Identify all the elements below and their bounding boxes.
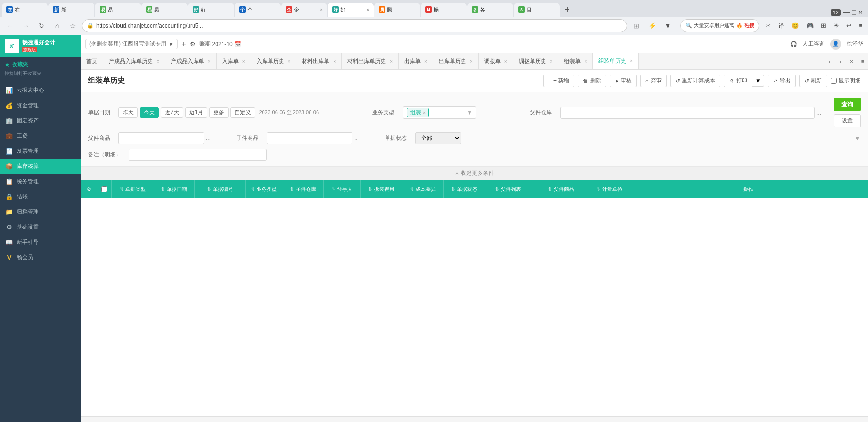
abandon-button[interactable]: ○ 弃审 (640, 75, 667, 87)
service-icon[interactable]: 🎧 (790, 41, 797, 47)
reload-button[interactable]: ↻ (35, 19, 48, 32)
nav-tab-close-transfer-history[interactable]: × (550, 59, 553, 64)
parent-goods-more-btn[interactable]: ... (206, 135, 211, 141)
th-parent-goods[interactable]: ⇅ 父件商品 (531, 180, 591, 198)
expand-button[interactable]: ▼ (661, 19, 674, 32)
address-bar[interactable]: 🔒 https://cloud.chanjet.com/accounting/u… (82, 19, 627, 32)
browser-search-bar[interactable]: 🔍 大量安卓用户逃离 🔥 热搜 (680, 19, 759, 32)
bookmark-button[interactable]: ☆ (66, 19, 79, 32)
parent-goods-input[interactable] (118, 132, 204, 144)
nav-tabs-more-menu[interactable]: ≡ (857, 53, 868, 70)
review-button[interactable]: ● 审核 (610, 75, 636, 87)
order-status-select[interactable]: 全部 待审核 已审核 (415, 132, 461, 144)
tab-close-7[interactable]: × (320, 7, 323, 12)
nav-tab-close-receipt[interactable]: × (242, 59, 245, 64)
date-btn-today[interactable]: 今天 (140, 107, 159, 118)
biz-type-tag-remove[interactable]: × (423, 110, 426, 116)
browser-tab-5[interactable]: 好 好 (188, 3, 234, 17)
nav-tab-close-assembly-history[interactable]: × (630, 58, 633, 64)
date-btn-custom[interactable]: 自定义 (230, 107, 255, 118)
nav-tab-material-out[interactable]: 材料出库单 × (296, 53, 342, 70)
browser-tab-3[interactable]: 易 易 (95, 3, 141, 17)
qr-code-button[interactable]: ⊞ (630, 19, 643, 32)
date-btn-7days[interactable]: 近7天 (161, 107, 183, 118)
nav-tab-assembly-history[interactable]: 组装单历史 × (593, 53, 639, 70)
th-checkbox[interactable] (97, 180, 112, 198)
refresh-button[interactable]: ↺ 刷新 (799, 75, 827, 87)
nav-tab-receipt[interactable]: 入库单 × (217, 53, 251, 70)
period-selector[interactable]: 账期 2021-10 📅 (199, 40, 241, 48)
nav-tabs-prev[interactable]: ‹ (824, 53, 835, 70)
child-goods-more-btn[interactable]: ... (354, 135, 359, 141)
parent-warehouse-input[interactable] (560, 107, 815, 119)
user-service-text[interactable]: 人工咨询 (803, 40, 825, 48)
horizontal-scrollbar[interactable] (81, 416, 868, 422)
date-btn-yesterday[interactable]: 昨天 (118, 107, 138, 118)
sidebar-item-inventory[interactable]: 📦 库存核算 (0, 159, 81, 174)
remarks-input[interactable] (129, 149, 267, 161)
settings-gear-button[interactable]: ⚙ (190, 40, 196, 48)
date-btn-more[interactable]: 更多 (209, 107, 229, 118)
nav-tab-product-in-history[interactable]: 产成品入库单历史 × (103, 53, 165, 70)
nav-tab-close-product-in-history[interactable]: × (157, 59, 159, 64)
undo-tool[interactable]: ↩ (845, 21, 853, 30)
th-order-status[interactable]: ⇅ 单据状态 (444, 180, 485, 198)
nav-tab-material-out-history[interactable]: 材料出库单历史 × (342, 53, 399, 70)
nav-tab-issue-history[interactable]: 出库单历史 × (433, 53, 479, 70)
sidebar-item-guide[interactable]: 📖 新手引导 (0, 235, 81, 250)
show-detail-checkbox[interactable] (831, 78, 837, 84)
th-biz-type[interactable]: ⇅ 业务类型 (246, 180, 282, 198)
new-button[interactable]: + + 新增 (543, 75, 574, 87)
sidebar-item-payroll[interactable]: 💼 工资 (0, 128, 81, 144)
company-selector[interactable]: (勿删勿禁用) 江西服宝测试专用 ▼ (85, 39, 178, 49)
show-detail-checkbox-label[interactable]: 显示明细 (831, 77, 861, 85)
home-button[interactable]: ⌂ (51, 19, 64, 32)
recalculate-button[interactable]: ↺ 重新计算成本 (670, 75, 720, 87)
nav-tab-issue[interactable]: 出库单 × (399, 53, 433, 70)
scissors-tool[interactable]: ✂ (764, 21, 773, 30)
nav-tabs-next[interactable]: › (835, 53, 846, 70)
grid-tool[interactable]: ⊞ (819, 21, 828, 30)
sun-tool[interactable]: ☀ (832, 21, 841, 30)
th-child-warehouse[interactable]: ⇅ 子件仓库 (282, 180, 324, 198)
nav-tab-transfer-history[interactable]: 调拨单历史 × (513, 53, 559, 70)
browser-tab-4[interactable]: 易 易 (141, 3, 188, 17)
sidebar-item-archive[interactable]: 📁 归档管理 (0, 204, 81, 220)
th-order-date[interactable]: ⇅ 单据日期 (153, 180, 195, 198)
th-disassemble-cost[interactable]: ⇅ 拆装费用 (361, 180, 402, 198)
delete-button[interactable]: 🗑 删除 (578, 75, 606, 87)
browser-tab-2[interactable]: 新 新 (48, 3, 94, 17)
lightning-button[interactable]: ⚡ (645, 19, 658, 32)
sidebar-item-settings[interactable]: ⚙ 基础设置 (0, 220, 81, 235)
browser-tab-6[interactable]: 个 个 (235, 3, 281, 17)
nav-tab-close-transfer[interactable]: × (504, 59, 507, 64)
child-goods-input[interactable] (267, 132, 352, 144)
parent-warehouse-more-btn[interactable]: ... (816, 110, 821, 116)
biz-type-filter-input[interactable]: 组装 × ▼ (403, 106, 476, 119)
th-order-number[interactable]: ⇅ 单据编号 (195, 180, 246, 198)
sidebar-item-tax[interactable]: 📋 税务管理 (0, 174, 81, 189)
nav-tab-close-issue-history[interactable]: × (470, 59, 473, 64)
nav-tab-close-assembly[interactable]: × (584, 59, 587, 64)
nav-tabs-close-current[interactable]: × (846, 53, 857, 70)
order-status-dropdown-arrow[interactable]: ▼ (854, 134, 861, 142)
th-handler[interactable]: ⇅ 经手人 (324, 180, 361, 198)
nav-tab-assembly[interactable]: 组装单 × (558, 53, 593, 70)
th-cost-diff[interactable]: ⇅ 成本差异 (402, 180, 444, 198)
th-order-type[interactable]: ⇅ 单据类型 (112, 180, 153, 198)
print-button[interactable]: 🖨 打印 (724, 75, 752, 87)
sidebar-item-invoice[interactable]: 🧾 发票管理 (0, 144, 81, 159)
browser-tab-12[interactable]: S 目 (514, 3, 560, 17)
sidebar-item-member[interactable]: V 畅会员 (0, 250, 81, 265)
favorites-hint[interactable]: 快捷键打开收藏夹 (5, 70, 76, 77)
print-dropdown-arrow[interactable]: ▼ (752, 75, 764, 87)
game-tool[interactable]: 🎮 (804, 21, 815, 30)
browser-tab-9[interactable]: 腾 腾 (374, 3, 420, 17)
nav-tab-close-product-in[interactable]: × (208, 59, 211, 64)
date-btn-1month[interactable]: 近1月 (185, 107, 208, 118)
th-parent-list[interactable]: ⇅ 父件列表 (485, 180, 531, 198)
browser-tab-11[interactable]: 各 各 (467, 3, 513, 17)
translate-tool[interactable]: 译 (776, 21, 786, 31)
new-tab-button[interactable]: + (560, 3, 575, 17)
add-company-button[interactable]: + (182, 40, 186, 48)
